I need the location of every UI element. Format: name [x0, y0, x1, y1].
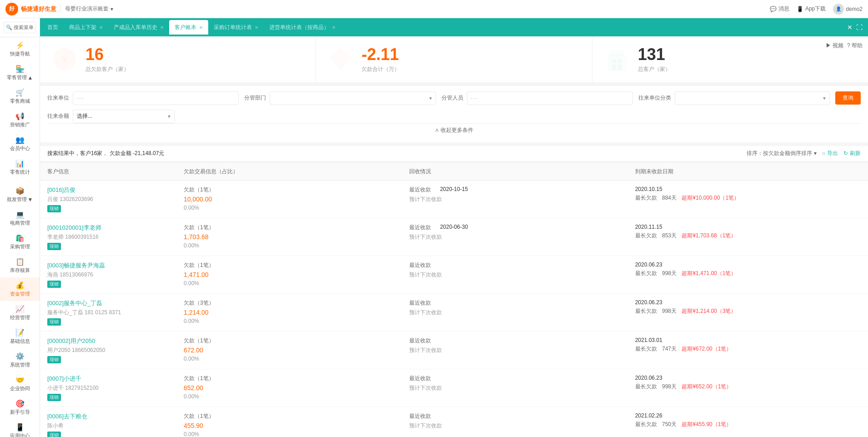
tab-customer-account[interactable]: 客户账本 ✕	[169, 20, 208, 35]
sidebar-item-ecommerce[interactable]: 💻 电商管理	[0, 206, 40, 230]
debt-percent-0: 0.00%	[184, 205, 409, 211]
system-icon: ⚙️	[15, 352, 25, 361]
sort-button[interactable]: 排序：按欠款金额倒序排序 ▾	[747, 150, 817, 157]
overdue-info-5: 2020.06.23 最长欠款 998天 超期¥652.00（1笔）	[635, 375, 861, 391]
message-btn[interactable]: 💬 消息	[770, 5, 789, 13]
tab-close-all[interactable]: ✕	[847, 24, 853, 31]
customer-info-2: [0003]畅捷服务尹海蕊 海燕 18513066976 现销	[47, 261, 184, 288]
sidebar-item-basic-info[interactable]: 📝 基础信息	[0, 325, 40, 348]
balance-arrow-icon: ▾	[168, 113, 171, 120]
sidebar-item-enterprise-coop[interactable]: 🤝 企业协同	[0, 372, 40, 396]
customer-name-4[interactable]: [000002]用户2050	[47, 337, 95, 344]
sidebar-search-area: 🔍 搜索菜单	[0, 18, 40, 37]
balance-label: 往来余额	[47, 112, 69, 120]
message-icon: 💬	[770, 6, 777, 12]
debt-info-2: 欠款（1笔） 1,471.00 0.00%	[184, 261, 409, 286]
tab-product-shelf-label: 商品上下架	[69, 24, 96, 31]
overdue-link-4[interactable]: 超期¥672.00（1笔）	[682, 345, 732, 353]
overdue-info-1: 2020.11.15 最长欠款 853天 超期¥1,703.68（1笔）	[635, 224, 861, 240]
supplier-input[interactable]: ···	[73, 91, 239, 105]
tab-inbound-stat[interactable]: 进货单统计表（按商品） ✕	[264, 20, 341, 35]
category-select[interactable]: ▾	[675, 91, 830, 105]
debt-info-6: 欠款（1笔） 455.90 0.00%	[184, 412, 409, 437]
customer-sub-0: 吕俊 13026203696	[47, 196, 184, 203]
refresh-button[interactable]: ↻ 刷新	[843, 150, 861, 157]
tab-home[interactable]: 首页	[42, 20, 64, 35]
chevron-up-icon: ▲	[28, 75, 33, 81]
sidebar-search-button[interactable]: 🔍 搜索菜单	[4, 22, 36, 33]
company-selector[interactable]: 母婴行业演示账套 ▾	[60, 5, 113, 13]
customer-sub-5: 小进千 18279152100	[47, 384, 184, 392]
collapse-button[interactable]: ∧ 收起更多条件	[47, 123, 861, 137]
tab-purchase-order-close[interactable]: ✕	[255, 25, 258, 30]
tab-actions: ✕ ⛶	[843, 24, 866, 31]
avatar: 👤	[833, 4, 844, 15]
stat-card-customers: ¥ 16 总欠款客户（家）	[40, 36, 316, 82]
customer-name-6[interactable]: [0006]去下粮仓	[47, 413, 87, 420]
export-button[interactable]: ○ 导出	[822, 150, 838, 157]
sidebar-item-finance[interactable]: 💰 资金管理	[0, 277, 40, 301]
sidebar-item-batch-mgmt[interactable]: 📦 批发管理 ▼	[0, 183, 40, 206]
tab-customer-account-close[interactable]: ✕	[199, 25, 203, 30]
tab-product-shelf-close[interactable]: ✕	[99, 25, 103, 30]
tab-product-shelf[interactable]: 商品上下架 ✕	[64, 20, 108, 35]
customer-name-1[interactable]: [0001020001]李老师	[47, 224, 101, 231]
tab-inbound-stat-close[interactable]: ✕	[332, 25, 336, 30]
sidebar-item-system[interactable]: ⚙️ 系统管理	[0, 348, 40, 372]
manager-input[interactable]: ···	[467, 91, 633, 105]
results-bar: 搜索结果中，客户16家， 欠款金额 -21,148.07元 排序：按欠款金额倒序…	[40, 146, 868, 161]
main-layout: 🔍 搜索菜单 ⚡ 快捷导航 🏪 零售管理 ▲ 🛒 零售商城 📢 营销推广	[0, 18, 868, 437]
customer-name-2[interactable]: [0003]畅捷服务尹海蕊	[47, 262, 105, 269]
customer-name-0[interactable]: [0016]吕俊	[47, 186, 75, 193]
video-btn[interactable]: ▶ 视频	[826, 42, 843, 50]
overdue-info-4: 2021.03.01 最长欠款 747天 超期¥672.00（1笔）	[635, 337, 861, 353]
sidebar-item-retail-mall[interactable]: 🛒 零售商城	[0, 85, 40, 108]
debt-info-0: 欠款（1笔） 10,000.00 0.00%	[184, 186, 409, 211]
sidebar-item-marketing[interactable]: 📢 营销推广	[0, 108, 40, 132]
top-bar-left: 好 畅捷通好生意 母婴行业演示账套 ▾	[5, 3, 113, 15]
overdue-link-6[interactable]: 超期¥455.90（1笔）	[682, 421, 732, 428]
tab-product-inbound[interactable]: 产成品入库单历史 ✕	[108, 20, 169, 35]
search-button[interactable]: 查询	[835, 91, 861, 105]
tab-product-inbound-close[interactable]: ✕	[160, 25, 164, 30]
filter-category: 往来单位分类 ▾	[638, 91, 830, 105]
sidebar-item-retail-stat[interactable]: 📊 零售统计	[0, 156, 40, 179]
category-label: 往来单位分类	[638, 94, 671, 102]
sidebar-item-retail-mgmt[interactable]: 🏪 零售管理 ▲	[0, 61, 40, 85]
customer-name-5[interactable]: [0007]小进千	[47, 375, 81, 382]
category-arrow-icon: ▾	[823, 95, 826, 101]
col-debt-header: 欠款交易信息（占比）	[184, 168, 409, 176]
inventory-icon: 📋	[15, 257, 25, 266]
sidebar-item-new-guide[interactable]: 🎯 新手引导	[0, 396, 40, 419]
app-download-btn[interactable]: 📱 App下载	[797, 5, 826, 13]
overdue-link-0[interactable]: 超期¥10,000.00（1笔）	[682, 194, 739, 202]
sidebar-item-app-center[interactable]: 📱 应用中心	[0, 419, 40, 437]
department-select[interactable]: ▾	[270, 91, 436, 105]
results-actions: 排序：按欠款金额倒序排序 ▾ ○ 导出 ↻ 刷新	[747, 150, 861, 157]
stat-coin-icon: ¥	[51, 45, 78, 73]
customer-info-4: [000002]用户2050 用户2050 18665062050 现销	[47, 337, 184, 363]
overdue-link-1[interactable]: 超期¥1,703.68（1笔）	[682, 232, 736, 240]
help-btn[interactable]: ? 帮助	[847, 42, 863, 50]
sidebar-item-quick-nav[interactable]: ⚡ 快捷导航	[0, 37, 40, 61]
overdue-link-2[interactable]: 超期¥1,471.00（1笔）	[682, 270, 736, 277]
sidebar-item-inventory[interactable]: 📋 库存核算	[0, 254, 40, 277]
overdue-link-3[interactable]: 超期¥1,214.00（3笔）	[682, 307, 736, 315]
sidebar-item-operations[interactable]: 📈 经营管理	[0, 301, 40, 325]
sidebar-item-purchase[interactable]: 🛍️ 采购管理	[0, 230, 40, 254]
overdue-link-5[interactable]: 超期¥652.00（1笔）	[682, 383, 732, 391]
customer-name-3[interactable]: [0002]服务中心_丁磊	[47, 300, 102, 306]
tab-purchase-order[interactable]: 采购订单统计表 ✕	[208, 20, 264, 35]
stat-customers-label: 总欠款客户（家）	[85, 65, 305, 73]
col-recovery-header: 回收情况	[409, 168, 635, 176]
sort-arrow-icon: ▾	[814, 150, 817, 156]
supplier-label: 往来单位	[47, 94, 69, 102]
stat-amount-number: -2.11	[361, 45, 581, 64]
overdue-info-6: 2021.02.26 最长欠款 750天 超期¥455.90（1笔）	[635, 412, 861, 428]
stat-total-info: 131 总客户（家）	[638, 45, 857, 73]
balance-select[interactable]: 选择... ▾	[73, 110, 175, 123]
tab-maximize[interactable]: ⛶	[856, 24, 863, 31]
download-icon: 📱	[797, 6, 803, 12]
user-avatar-btn[interactable]: 👤 demo2	[833, 4, 863, 15]
sidebar-item-member[interactable]: 👥 会员中心	[0, 132, 40, 156]
